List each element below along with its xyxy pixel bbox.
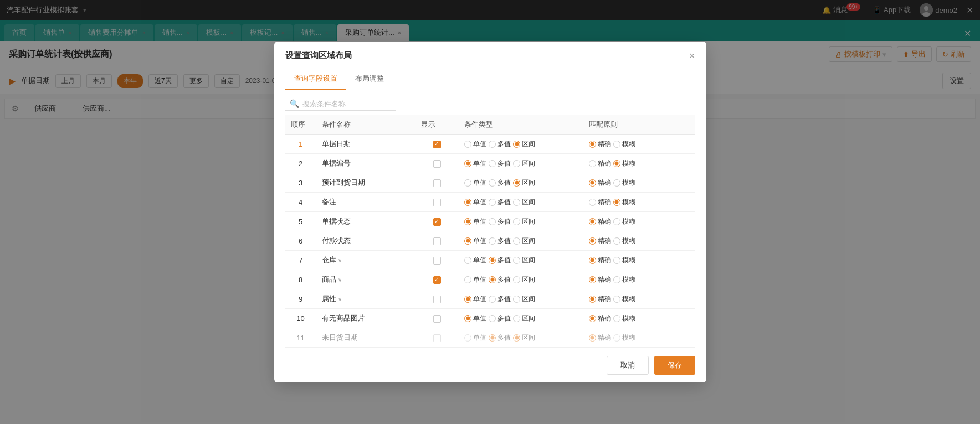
- radio-match-fuzzy[interactable]: [613, 257, 620, 264]
- type-option-single[interactable]: 单值: [464, 256, 486, 265]
- radio-match-exact[interactable]: [589, 179, 596, 187]
- cancel-btn[interactable]: 取消: [607, 356, 649, 375]
- dropdown-arrow-icon[interactable]: ∨: [338, 296, 342, 302]
- radio-multi[interactable]: [489, 296, 496, 303]
- radio-match-fuzzy[interactable]: [613, 141, 620, 148]
- match-option-fuzzy[interactable]: 模糊: [613, 159, 635, 168]
- radio-range[interactable]: [513, 315, 520, 322]
- save-btn[interactable]: 保存: [654, 356, 695, 375]
- radio-single[interactable]: [464, 237, 471, 245]
- radio-single[interactable]: [464, 199, 471, 206]
- radio-match-exact[interactable]: [589, 296, 596, 303]
- type-option-range[interactable]: 区间: [513, 236, 535, 246]
- display-checkbox[interactable]: [433, 199, 441, 206]
- radio-match-fuzzy[interactable]: [613, 315, 620, 322]
- type-option-range[interactable]: 区间: [513, 159, 535, 168]
- type-option-single[interactable]: 单值: [464, 139, 486, 149]
- display-checkbox[interactable]: [433, 257, 441, 265]
- radio-multi[interactable]: [489, 315, 496, 322]
- radio-single[interactable]: [464, 218, 471, 225]
- radio-range[interactable]: [513, 199, 520, 206]
- dropdown-arrow-icon[interactable]: ∨: [338, 257, 342, 263]
- type-option-multi[interactable]: 多值: [489, 314, 511, 323]
- display-checkbox[interactable]: [433, 296, 441, 303]
- radio-range[interactable]: [513, 334, 520, 342]
- match-option-fuzzy[interactable]: 模糊: [613, 139, 635, 149]
- display-checkbox[interactable]: [433, 141, 441, 148]
- match-option-fuzzy[interactable]: 模糊: [613, 275, 635, 285]
- radio-single[interactable]: [464, 179, 471, 187]
- type-option-single[interactable]: 单值: [464, 294, 486, 304]
- radio-multi[interactable]: [489, 218, 496, 225]
- type-option-single[interactable]: 单值: [464, 159, 486, 168]
- radio-match-fuzzy[interactable]: [613, 199, 620, 206]
- display-checkbox[interactable]: [433, 334, 441, 342]
- radio-match-fuzzy[interactable]: [613, 160, 620, 167]
- radio-single[interactable]: [464, 141, 471, 148]
- radio-range[interactable]: [513, 141, 520, 148]
- radio-match-exact[interactable]: [589, 199, 596, 206]
- match-option-fuzzy[interactable]: 模糊: [613, 333, 635, 343]
- radio-match-fuzzy[interactable]: [613, 237, 620, 245]
- radio-single[interactable]: [464, 160, 471, 167]
- radio-match-exact[interactable]: [589, 276, 596, 283]
- match-option-exact[interactable]: 精确: [589, 333, 611, 343]
- type-option-multi[interactable]: 多值: [489, 217, 511, 226]
- type-option-range[interactable]: 区间: [513, 314, 535, 323]
- type-option-multi[interactable]: 多值: [489, 178, 511, 188]
- radio-range[interactable]: [513, 257, 520, 264]
- type-option-multi[interactable]: 多值: [489, 139, 511, 149]
- radio-multi[interactable]: [489, 257, 496, 264]
- radio-single[interactable]: [464, 296, 471, 303]
- match-option-exact[interactable]: 精确: [589, 217, 611, 226]
- match-option-exact[interactable]: 精确: [589, 139, 611, 149]
- type-option-range[interactable]: 区间: [513, 139, 535, 149]
- dropdown-arrow-icon[interactable]: ∨: [338, 277, 342, 283]
- display-checkbox[interactable]: [433, 160, 441, 168]
- radio-match-exact[interactable]: [589, 218, 596, 225]
- match-option-exact[interactable]: 精确: [589, 294, 611, 304]
- type-option-range[interactable]: 区间: [513, 198, 535, 207]
- match-option-exact[interactable]: 精确: [589, 236, 611, 246]
- radio-match-exact[interactable]: [589, 141, 596, 148]
- match-option-exact[interactable]: 精确: [589, 159, 611, 168]
- match-option-fuzzy[interactable]: 模糊: [613, 217, 635, 226]
- radio-match-exact[interactable]: [589, 237, 596, 245]
- radio-match-exact[interactable]: [589, 334, 596, 342]
- type-option-single[interactable]: 单值: [464, 236, 486, 246]
- radio-multi[interactable]: [489, 179, 496, 187]
- type-option-single[interactable]: 单值: [464, 333, 486, 343]
- radio-multi[interactable]: [489, 160, 496, 167]
- match-option-exact[interactable]: 精确: [589, 198, 611, 207]
- type-option-multi[interactable]: 多值: [489, 198, 511, 207]
- radio-match-fuzzy[interactable]: [613, 276, 620, 283]
- radio-match-exact[interactable]: [589, 315, 596, 322]
- match-option-fuzzy[interactable]: 模糊: [613, 314, 635, 323]
- type-option-single[interactable]: 单值: [464, 198, 486, 207]
- radio-range[interactable]: [513, 276, 520, 283]
- radio-multi[interactable]: [489, 141, 496, 148]
- dialog-close-btn[interactable]: ×: [689, 51, 695, 61]
- radio-range[interactable]: [513, 237, 520, 245]
- type-option-range[interactable]: 区间: [513, 333, 535, 343]
- radio-match-fuzzy[interactable]: [613, 334, 620, 342]
- type-option-multi[interactable]: 多值: [489, 159, 511, 168]
- radio-multi[interactable]: [489, 276, 496, 283]
- radio-range[interactable]: [513, 296, 520, 303]
- radio-match-exact[interactable]: [589, 257, 596, 264]
- display-checkbox[interactable]: [433, 237, 441, 245]
- type-option-multi[interactable]: 多值: [489, 236, 511, 246]
- type-option-single[interactable]: 单值: [464, 314, 486, 323]
- tab-query-fields[interactable]: 查询字段设置: [285, 68, 346, 90]
- type-option-range[interactable]: 区间: [513, 178, 535, 188]
- radio-multi[interactable]: [489, 334, 496, 342]
- radio-multi[interactable]: [489, 199, 496, 206]
- display-checkbox[interactable]: [433, 179, 441, 187]
- radio-multi[interactable]: [489, 237, 496, 245]
- radio-range[interactable]: [513, 179, 520, 187]
- radio-single[interactable]: [464, 257, 471, 264]
- tab-layout-adjust[interactable]: 布局调整: [346, 68, 393, 90]
- match-option-fuzzy[interactable]: 模糊: [613, 294, 635, 304]
- radio-single[interactable]: [464, 276, 471, 283]
- radio-single[interactable]: [464, 315, 471, 322]
